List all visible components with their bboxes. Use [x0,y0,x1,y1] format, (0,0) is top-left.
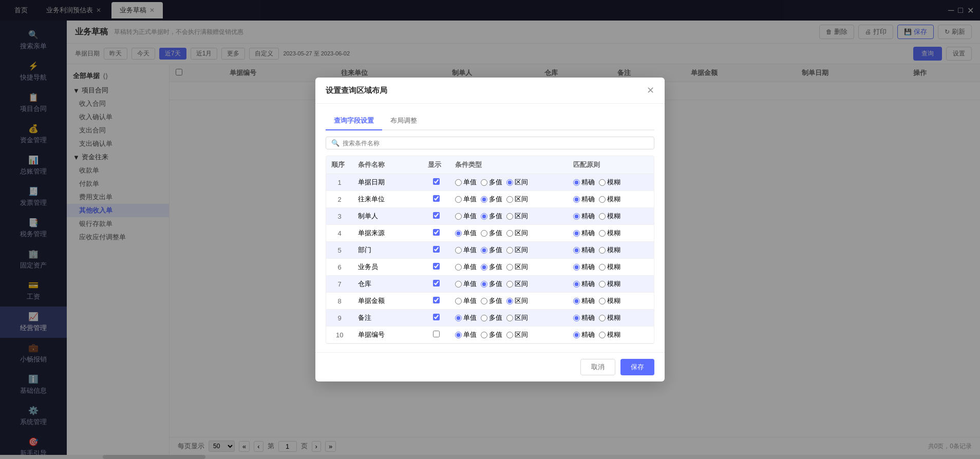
type-radio-label[interactable]: 单值 [455,279,477,289]
type-radio-区间[interactable] [506,298,513,304]
type-radio-多值[interactable] [481,230,487,237]
type-radio-label[interactable]: 单值 [455,195,477,204]
type-radio-label[interactable]: 区间 [506,313,528,322]
match-radio-模糊[interactable] [599,264,606,271]
type-radio-区间[interactable] [506,315,513,321]
type-radio-单值[interactable] [455,315,462,321]
match-radio-精确[interactable] [573,315,580,321]
type-radio-区间[interactable] [506,230,513,237]
type-radio-label[interactable]: 单值 [455,313,477,322]
type-radio-label[interactable]: 多值 [481,313,502,322]
match-radio-精确[interactable] [573,247,580,254]
type-radio-label[interactable]: 多值 [481,178,502,187]
match-radio-label[interactable]: 模糊 [599,262,620,272]
type-radio-label[interactable]: 区间 [506,279,528,289]
match-radio-label[interactable]: 精确 [573,195,595,204]
type-radio-多值[interactable] [481,264,487,271]
match-radio-label[interactable]: 模糊 [599,195,620,204]
search-conditions-input[interactable] [343,140,649,147]
show-checkbox[interactable] [433,229,440,236]
type-radio-多值[interactable] [481,196,487,203]
match-radio-label[interactable]: 模糊 [599,279,620,289]
type-radio-label[interactable]: 区间 [506,228,528,238]
dialog-close-button[interactable]: ✕ [647,85,654,96]
match-radio-精确[interactable] [573,281,580,288]
type-radio-单值[interactable] [455,179,462,186]
show-checkbox[interactable] [433,314,440,320]
type-radio-单值[interactable] [455,332,462,338]
type-radio-区间[interactable] [506,264,513,271]
type-radio-单值[interactable] [455,213,462,220]
type-radio-label[interactable]: 多值 [481,228,502,238]
show-checkbox[interactable] [433,178,440,185]
type-radio-区间[interactable] [506,247,513,254]
type-radio-label[interactable]: 多值 [481,262,502,272]
type-radio-区间[interactable] [506,332,513,338]
type-radio-label[interactable]: 单值 [455,245,477,255]
type-radio-label[interactable]: 单值 [455,262,477,272]
type-radio-label[interactable]: 多值 [481,212,502,221]
type-radio-单值[interactable] [455,264,462,271]
match-radio-模糊[interactable] [599,247,606,254]
match-radio-模糊[interactable] [599,230,606,237]
match-radio-模糊[interactable] [599,213,606,220]
match-radio-模糊[interactable] [599,332,606,338]
match-radio-label[interactable]: 模糊 [599,212,620,221]
match-radio-label[interactable]: 模糊 [599,313,620,322]
save-dialog-button[interactable]: 保存 [620,359,654,375]
match-radio-label[interactable]: 精确 [573,212,595,221]
match-radio-label[interactable]: 精确 [573,262,595,272]
type-radio-label[interactable]: 区间 [506,330,528,339]
type-radio-单值[interactable] [455,247,462,254]
type-radio-label[interactable]: 多值 [481,195,502,204]
match-radio-模糊[interactable] [599,281,606,288]
type-radio-多值[interactable] [481,179,487,186]
match-radio-label[interactable]: 模糊 [599,296,620,305]
match-radio-label[interactable]: 模糊 [599,178,620,187]
type-radio-单值[interactable] [455,230,462,237]
type-radio-label[interactable]: 单值 [455,330,477,339]
show-checkbox[interactable] [433,280,440,286]
match-radio-label[interactable]: 模糊 [599,245,620,255]
show-checkbox[interactable] [433,212,440,219]
type-radio-label[interactable]: 单值 [455,212,477,221]
match-radio-label[interactable]: 精确 [573,313,595,322]
show-checkbox[interactable] [433,246,440,253]
match-radio-模糊[interactable] [599,179,606,186]
type-radio-单值[interactable] [455,281,462,288]
type-radio-单值[interactable] [455,196,462,203]
match-radio-模糊[interactable] [599,298,606,304]
match-radio-精确[interactable] [573,298,580,304]
type-radio-label[interactable]: 多值 [481,279,502,289]
match-radio-精确[interactable] [573,264,580,271]
match-radio-label[interactable]: 精确 [573,178,595,187]
type-radio-多值[interactable] [481,298,487,304]
type-radio-label[interactable]: 多值 [481,330,502,339]
match-radio-label[interactable]: 精确 [573,245,595,255]
type-radio-区间[interactable] [506,213,513,220]
show-checkbox[interactable] [433,263,440,270]
type-radio-多值[interactable] [481,315,487,321]
tab-layout-adjust[interactable]: 布局调整 [382,112,425,130]
match-radio-精确[interactable] [573,213,580,220]
tab-query-fields[interactable]: 查询字段设置 [326,112,382,130]
match-radio-精确[interactable] [573,332,580,338]
match-radio-label[interactable]: 精确 [573,330,595,339]
match-radio-模糊[interactable] [599,315,606,321]
cancel-button[interactable]: 取消 [580,359,615,375]
match-radio-精确[interactable] [573,196,580,203]
match-radio-label[interactable]: 精确 [573,228,595,238]
match-radio-精确[interactable] [573,230,580,237]
type-radio-label[interactable]: 区间 [506,178,528,187]
show-checkbox[interactable] [433,331,440,337]
type-radio-单值[interactable] [455,298,462,304]
match-radio-模糊[interactable] [599,196,606,203]
type-radio-多值[interactable] [481,213,487,220]
type-radio-label[interactable]: 区间 [506,245,528,255]
type-radio-区间[interactable] [506,281,513,288]
type-radio-label[interactable]: 多值 [481,245,502,255]
match-radio-label[interactable]: 精确 [573,296,595,305]
type-radio-label[interactable]: 区间 [506,262,528,272]
type-radio-区间[interactable] [506,179,513,186]
type-radio-label[interactable]: 单值 [455,296,477,305]
